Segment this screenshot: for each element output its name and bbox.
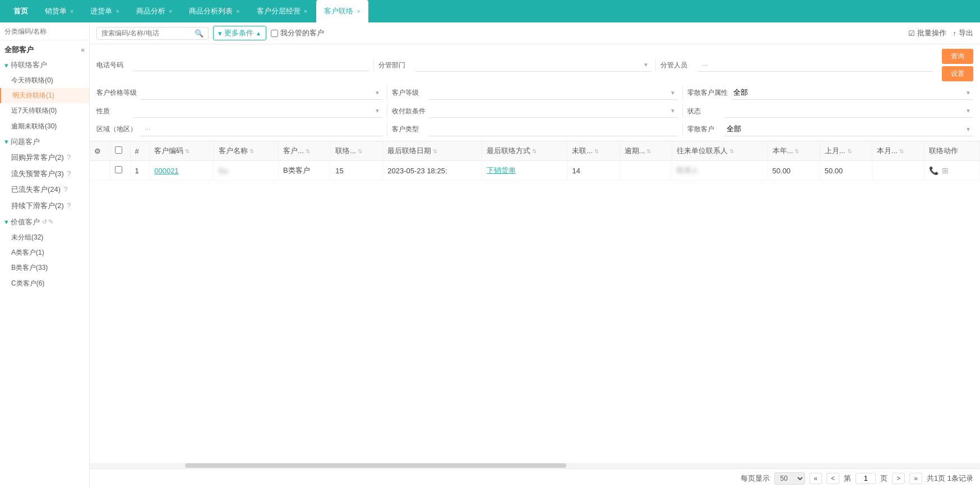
customer-code-link[interactable]: 000021 bbox=[154, 167, 178, 175]
select-all-checkbox[interactable] bbox=[115, 146, 122, 154]
sidebar-item-classA[interactable]: A类客户(1) bbox=[0, 245, 89, 260]
nav-purchase[interactable]: 进货单 × bbox=[82, 0, 127, 22]
export-btn[interactable]: ↑ 导出 bbox=[953, 28, 974, 38]
settings-icon[interactable]: ⚙ bbox=[94, 147, 101, 155]
table-header-row: ⚙ # 客户编码 ⇅ bbox=[90, 141, 980, 161]
my-customers-checkbox[interactable] bbox=[271, 30, 278, 37]
method-sort-icon: ⇅ bbox=[532, 148, 537, 154]
sidebar-group-value[interactable]: ▾ 价值客户 ↺ ✎ bbox=[0, 214, 89, 230]
sidebar-item-tomorrow[interactable]: 明天待联络(1) bbox=[0, 88, 89, 103]
first-page-btn[interactable]: « bbox=[810, 473, 822, 484]
scrollbar-thumb[interactable] bbox=[185, 463, 566, 468]
last-page-btn[interactable]: » bbox=[909, 473, 922, 484]
nav-goods-list-close[interactable]: × bbox=[236, 8, 239, 15]
th-overdue[interactable]: 逾期... ⇅ bbox=[620, 141, 672, 161]
filter-price-grade-select[interactable]: ▼ bbox=[140, 86, 382, 100]
row-checkbox[interactable] bbox=[115, 166, 122, 173]
nav-sale[interactable]: 销货单 × bbox=[37, 0, 81, 22]
sidebar-item-ungroup[interactable]: 未分组(32) bbox=[0, 230, 89, 245]
value-edit-icon[interactable]: ✎ bbox=[48, 218, 53, 225]
current-page-input[interactable] bbox=[856, 473, 876, 484]
filter-gender-select[interactable]: ▼ bbox=[133, 104, 382, 118]
filter-cust-type-select[interactable] bbox=[429, 123, 678, 136]
repurchase-help-icon[interactable]: ? bbox=[67, 153, 71, 162]
th-this-month[interactable]: 本月... ⇅ bbox=[872, 141, 924, 161]
sidebar-item-repurchase[interactable]: 回购异常客户(2) ? bbox=[0, 150, 89, 166]
area-dots-icon[interactable]: ··· bbox=[142, 125, 152, 133]
toolbar-right: ☑ 批量操作 ↑ 导出 bbox=[908, 28, 974, 38]
filter-subdept-select[interactable]: ▼ bbox=[415, 58, 651, 72]
filter-retail-cust-select[interactable]: 全部 ▼ bbox=[724, 122, 973, 136]
page-size-select[interactable]: 50 100 200 bbox=[774, 472, 805, 485]
gender-chevron-icon: ▼ bbox=[375, 108, 380, 114]
th-last-method[interactable]: 最后联络方式 ⇅ bbox=[482, 141, 567, 161]
td-checkbox-cell bbox=[110, 161, 130, 181]
nav-customer-contact-close[interactable]: × bbox=[357, 8, 360, 15]
sidebar-item-overdue[interactable]: 逾期未联络(30) bbox=[0, 119, 89, 134]
export-icon: ↑ bbox=[953, 29, 957, 38]
filter-status-select[interactable]: ▼ bbox=[724, 104, 973, 118]
filter-cust-grade-select[interactable]: ▼ bbox=[429, 86, 678, 100]
nav-purchase-close[interactable]: × bbox=[115, 8, 119, 15]
this-month-sort-icon: ⇅ bbox=[899, 148, 904, 154]
th-code[interactable]: 客户编码 ⇅ bbox=[150, 141, 214, 161]
filter-retail-attr-select[interactable]: 全部 ▼ bbox=[731, 86, 973, 100]
grid-action-icon[interactable]: ⊞ bbox=[942, 166, 949, 175]
td-code[interactable]: 000021 bbox=[150, 161, 214, 181]
nav-customer-tier-close[interactable]: × bbox=[304, 8, 307, 15]
value-refresh-icon[interactable]: ↺ bbox=[42, 218, 47, 225]
sidebar-item-declining[interactable]: 持续下滑客户(2) ? bbox=[0, 198, 89, 214]
th-unit-contact[interactable]: 往来单位联系人 ⇅ bbox=[672, 141, 768, 161]
th-name[interactable]: 客户名称 ⇅ bbox=[214, 141, 279, 161]
search-button-icon[interactable]: 🔍 bbox=[195, 29, 204, 38]
sidebar-group-pending[interactable]: ▾ 待联络客户 bbox=[0, 57, 89, 73]
nav-customer-tier[interactable]: 客户分层经营 × bbox=[249, 0, 315, 22]
sidebar-search-input[interactable] bbox=[4, 27, 89, 35]
sidebar-item-week[interactable]: 近7天待联络(0) bbox=[0, 103, 89, 118]
churned-help-icon[interactable]: ? bbox=[63, 185, 67, 194]
last-method-link[interactable]: 下销货单 bbox=[487, 166, 516, 174]
th-no-contact[interactable]: 未联... ⇅ bbox=[567, 141, 620, 161]
phone-action-icon[interactable]: 📞 bbox=[929, 166, 939, 175]
sidebar-item-today[interactable]: 今天待联络(0) bbox=[0, 73, 89, 88]
filter-payment-select[interactable]: ▼ bbox=[429, 104, 678, 118]
sidebar-item-churned[interactable]: 已流失客户(24) ? bbox=[0, 182, 89, 198]
th-last-month[interactable]: 上月... ⇅ bbox=[820, 141, 872, 161]
query-btn[interactable]: 查询 bbox=[942, 49, 973, 64]
total-records: 共1页 1条记录 bbox=[927, 473, 973, 484]
filter-payment-field: 收付款条件 ▼ bbox=[392, 104, 678, 118]
sidebar-item-classB[interactable]: B类客户(33) bbox=[0, 260, 89, 275]
subperson-dots-icon[interactable]: ··· bbox=[700, 61, 710, 69]
sidebar-item-churn[interactable]: 流失预警客户(3) ? bbox=[0, 166, 89, 182]
set-btn[interactable]: 设置 bbox=[942, 66, 973, 81]
filter-more-btn[interactable]: ▾ 更多条件 ▲ bbox=[213, 26, 266, 40]
customer-table: ⚙ # 客户编码 ⇅ bbox=[90, 141, 980, 181]
nav-customer-contact[interactable]: 客户联络 × bbox=[316, 0, 368, 22]
search-input[interactable] bbox=[101, 29, 195, 37]
next-page-btn[interactable]: > bbox=[892, 473, 905, 484]
sidebar-group-problem[interactable]: ▾ 问题客户 bbox=[0, 134, 89, 150]
th-type[interactable]: 客户... ⇅ bbox=[279, 141, 331, 161]
sidebar-collapse-icon[interactable]: « bbox=[81, 46, 85, 54]
nav-goods-analysis-close[interactable]: × bbox=[169, 8, 172, 15]
th-last-date[interactable]: 最后联络日期 ⇅ bbox=[383, 141, 482, 161]
horizontal-scrollbar[interactable] bbox=[90, 463, 980, 468]
nav-goods-analysis[interactable]: 商品分析 × bbox=[128, 0, 180, 22]
filter-phone-input[interactable] bbox=[133, 59, 369, 71]
batch-op-btn[interactable]: ☑ 批量操作 bbox=[908, 28, 946, 38]
td-last-method[interactable]: 下销货单 bbox=[482, 161, 567, 181]
nav-home[interactable]: 首页 bbox=[6, 0, 36, 22]
th-year[interactable]: 本年... ⇅ bbox=[768, 141, 820, 161]
churn-help-icon[interactable]: ? bbox=[67, 169, 71, 178]
th-contact-count[interactable]: 联络... ⇅ bbox=[331, 141, 383, 161]
declining-help-icon[interactable]: ? bbox=[67, 201, 71, 210]
nav-sale-close[interactable]: × bbox=[70, 8, 73, 15]
prev-page-btn[interactable]: < bbox=[826, 473, 839, 484]
nav-goods-list[interactable]: 商品分析列表 × bbox=[181, 0, 247, 22]
td-settings-cell bbox=[90, 161, 110, 181]
sidebar-item-classC[interactable]: C类客户(6) bbox=[0, 276, 89, 291]
filter-divider-6 bbox=[682, 104, 683, 118]
filter-subperson-select[interactable]: ··· bbox=[697, 58, 933, 72]
filter-price-grade-field: 客户价格等级 ▼ bbox=[96, 86, 382, 100]
filter-area-select[interactable]: ··· bbox=[140, 123, 382, 136]
